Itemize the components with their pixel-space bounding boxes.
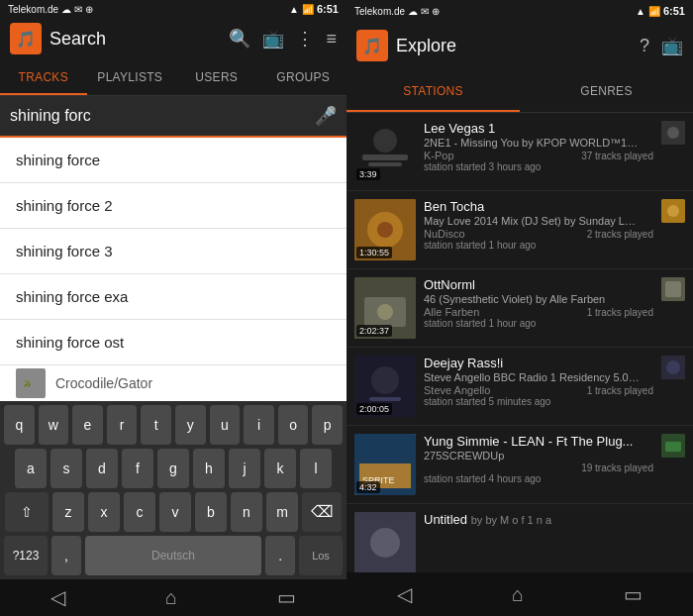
key-w[interactable]: w <box>39 405 69 445</box>
station-title-1: Lee Vegas 1 <box>424 121 642 136</box>
tab-tracks[interactable]: Tracks <box>0 59 87 96</box>
station-genre-2: NuDisco <box>424 228 465 240</box>
left-panel: Telekom.de ☁ ✉ ⊕ ▲ 📶 6:51 🎵 Search 🔍 📺 ⋮… <box>0 0 346 616</box>
key-z[interactable]: z <box>52 492 84 532</box>
key-c[interactable]: c <box>124 492 155 532</box>
suggestion-item-5[interactable]: shining force ost <box>0 320 346 365</box>
station-meta-3: Alle Farben 1 tracks played <box>424 306 653 318</box>
more-icon[interactable]: ⋮ <box>296 28 314 50</box>
key-g[interactable]: g <box>157 449 189 488</box>
key-k[interactable]: k <box>264 449 296 488</box>
key-h[interactable]: h <box>193 449 225 488</box>
tab-groups[interactable]: Groups <box>260 59 347 96</box>
left-home-button[interactable]: ⌂ <box>165 586 177 609</box>
key-n[interactable]: n <box>231 492 262 532</box>
station-corner-4 <box>661 356 685 379</box>
key-o[interactable]: o <box>278 405 309 445</box>
station-info-5: Yung Simmie - LEAN - Ft The Plug... 275S… <box>424 434 653 484</box>
key-x[interactable]: x <box>88 492 120 532</box>
left-status-right: ▲ 📶 6:51 <box>289 3 339 15</box>
key-l[interactable]: l <box>300 449 332 488</box>
key-m[interactable]: m <box>266 492 298 532</box>
help-icon[interactable]: ? <box>640 36 649 56</box>
station-time-2: 1:30:55 <box>356 247 392 258</box>
svg-point-19 <box>371 366 399 394</box>
station-item-2[interactable]: 1:30:55 Ben Tocha May Love 2014 Mix (DJ … <box>346 191 693 269</box>
key-num[interactable]: ?123 <box>4 536 48 575</box>
station-corner-2 <box>661 199 685 223</box>
key-row-4: ?123 , Deutsch . Los <box>4 536 343 575</box>
partial-suggestion-item[interactable]: 🐊 Crocodile/Gator <box>0 365 346 401</box>
station-item-4[interactable]: 2:00:05 Deejay Rass!i Steve Angello BBC … <box>346 348 693 426</box>
key-comma[interactable]: , <box>51 536 81 575</box>
key-b[interactable]: b <box>195 492 227 532</box>
left-back-button[interactable]: ◁ <box>50 585 65 609</box>
station-info-2: Ben Tocha May Love 2014 Mix (DJ Set) by … <box>424 199 653 251</box>
station-item-5[interactable]: SPRITE 4:32 Yung Simmie - LEAN - Ft The … <box>346 426 693 504</box>
right-cast-icon[interactable]: 📺 <box>661 35 683 56</box>
station-time-5: 4:32 <box>356 481 380 493</box>
left-carrier: Telekom.de <box>8 4 58 15</box>
partial-text: Crocodile/Gator <box>55 375 152 391</box>
station-item-3[interactable]: 2:02:37 OttNorml 46 (Synesthetic Violet)… <box>346 269 693 348</box>
station-subtitle-1: 2NE1 - Missing You by KPOP WORLD™14th <box>424 137 642 149</box>
suggestion-item-2[interactable]: shining force 2 <box>0 183 346 229</box>
key-delete[interactable]: ⌫ <box>302 492 342 532</box>
left-nav-bar: ◁ ⌂ ▭ <box>0 579 346 616</box>
key-u[interactable]: u <box>210 405 241 445</box>
right-home-button[interactable]: ⌂ <box>512 583 524 606</box>
search-icon[interactable]: 🔍 <box>229 28 250 50</box>
key-shift[interactable]: ⇧ <box>5 492 49 532</box>
left-header: 🎵 Search 🔍 📺 ⋮ ≡ <box>0 19 346 59</box>
menu-icon[interactable]: ≡ <box>326 29 337 50</box>
key-y[interactable]: y <box>175 405 206 445</box>
station-tracks-5: 19 tracks played <box>581 462 653 473</box>
suggestion-item-4[interactable]: shining force exa <box>0 274 346 320</box>
key-period[interactable]: . <box>265 536 295 575</box>
suggestion-item-3[interactable]: shining force 3 <box>0 229 346 274</box>
search-input[interactable] <box>10 107 307 125</box>
key-s[interactable]: s <box>50 449 82 488</box>
left-status-icons: ✉ ⊕ <box>74 4 93 15</box>
station-info-6: Untitled by by M o f 1 n a <box>424 512 685 528</box>
right-nav-bar: ◁ ⌂ ▭ <box>346 572 693 616</box>
key-space[interactable]: Deutsch <box>85 536 262 575</box>
tab-stations[interactable]: Stations <box>346 69 520 112</box>
station-meta-5: 19 tracks played <box>424 462 653 473</box>
key-i[interactable]: i <box>244 405 274 445</box>
key-q[interactable]: q <box>4 405 35 445</box>
left-recent-button[interactable]: ▭ <box>277 585 296 609</box>
key-row-2: a s d f g h j k l <box>4 449 343 488</box>
station-subtitle-2: May Love 2014 Mix (DJ Set) by Sunday Lov… <box>424 215 642 227</box>
left-wifi-icon: ▲ <box>289 4 299 15</box>
key-action[interactable]: Los <box>299 536 343 575</box>
key-e[interactable]: e <box>72 405 103 445</box>
suggestion-item-1[interactable]: shining force <box>0 138 346 183</box>
station-info-1: Lee Vegas 1 2NE1 - Missing You by KPOP W… <box>424 121 653 172</box>
key-j[interactable]: j <box>229 449 260 488</box>
cast-icon[interactable]: 📺 <box>262 28 284 50</box>
key-a[interactable]: a <box>15 449 47 488</box>
tab-playlists[interactable]: Playlists <box>87 59 174 96</box>
microphone-icon[interactable]: 🎤 <box>315 105 337 127</box>
right-back-button[interactable]: ◁ <box>397 582 412 606</box>
right-cloud-icon: ☁ <box>408 6 418 17</box>
key-f[interactable]: f <box>122 449 153 488</box>
station-title-6: Untitled by by M o f 1 n a <box>424 512 642 527</box>
right-recent-button[interactable]: ▭ <box>624 582 643 606</box>
key-p[interactable]: p <box>312 405 343 445</box>
tab-genres[interactable]: Genres <box>520 69 693 112</box>
station-item-6[interactable]: Untitled by by M o f 1 n a <box>346 504 693 572</box>
station-title-4: Deejay Rass!i <box>424 356 642 370</box>
key-d[interactable]: d <box>86 449 118 488</box>
station-thumb-5: SPRITE 4:32 <box>354 434 416 495</box>
key-v[interactable]: v <box>159 492 191 532</box>
svg-rect-27 <box>665 442 681 452</box>
tab-users[interactable]: Users <box>173 59 260 96</box>
right-time: 6:51 <box>663 5 685 17</box>
station-item-1[interactable]: 3:39 Lee Vegas 1 2NE1 - Missing You by K… <box>346 113 693 191</box>
key-r[interactable]: r <box>107 405 138 445</box>
station-thumb-1: 3:39 <box>354 121 416 182</box>
key-t[interactable]: t <box>141 405 171 445</box>
station-meta-2: NuDisco 2 tracks played <box>424 228 653 240</box>
